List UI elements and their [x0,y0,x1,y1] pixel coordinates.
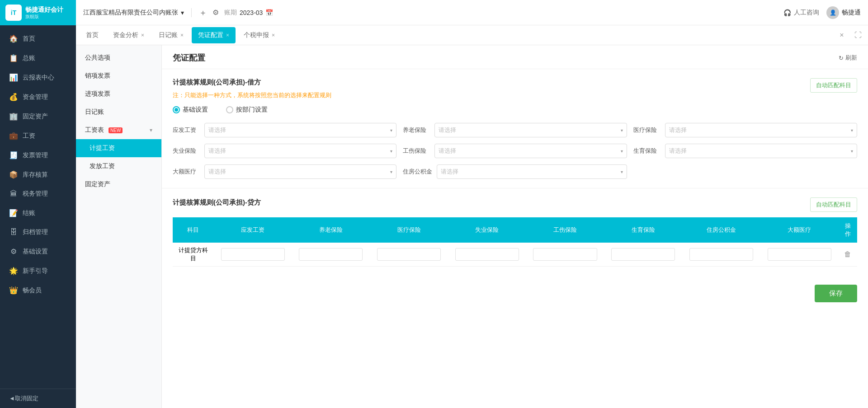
credit-auto-match-button[interactable]: 自动匹配科目 [810,197,857,212]
sidebar-item-reports[interactable]: 📊 云报表中心 [0,68,76,87]
radio-dept-circle [226,106,233,113]
sidebar-item-settlement[interactable]: 📝 结账 [0,203,76,223]
left-menu: 公共选项 销项发票 进项发票 日记账 工资表 NEW ▾ 计提工资 [76,45,162,408]
main-area: 江西服宝精品有限责任公司内账张 ▾ ＋ ⚙ 账期 2023-03 📅 🎧 人工咨… [76,0,868,408]
left-menu-public[interactable]: 公共选项 [76,49,161,67]
field-select-gongshang[interactable]: 请选择 ▾ [434,144,627,158]
sidebar-item-home[interactable]: 🏠 首页 [0,29,76,48]
tab-tax-close[interactable]: × [272,32,275,38]
tab-diary-close[interactable]: × [180,32,184,38]
field-select-daeyiliao[interactable]: 请选择 ▾ [204,164,396,179]
sidebar-item-tax[interactable]: 🏛 税务管理 [0,184,76,203]
field-label-shiye: 失业保险 [173,147,200,155]
debit-auto-match-button[interactable]: 自动匹配科目 [810,78,857,93]
sidebar-item-inventory[interactable]: 📦 库存核算 [0,165,76,184]
service-button[interactable]: 🎧 人工咨询 [783,9,819,17]
tab-home[interactable]: 首页 [80,27,105,43]
td-shengyu-input[interactable] [604,243,682,267]
field-select-shengyu[interactable]: 请选择 ▾ [665,144,857,158]
delete-row-icon[interactable]: 🗑 [844,250,851,258]
sidebar-item-invoice[interactable]: 🧾 发票管理 [0,145,76,165]
tab-fund-close[interactable]: × [141,32,144,38]
td-shiye-input[interactable] [448,243,526,267]
left-menu-accrual[interactable]: 计提工资 [76,139,161,157]
field-select-gongjijin[interactable]: 请选择 ▾ [437,164,627,179]
select-arrow-daeyiliao: ▾ [390,169,392,174]
tab-home-label: 首页 [86,31,99,39]
invoice-icon: 🧾 [9,151,18,159]
tab-fund-label: 资金分析 [113,31,138,39]
credit-yiliao-input[interactable] [377,248,441,261]
th-action: 操作 [838,217,857,243]
th-gongjijin: 住房公积金 [682,217,760,243]
td-yingfa-input[interactable] [214,243,292,267]
credit-shiye-input[interactable] [455,248,519,261]
sidebar-item-member[interactable]: 👑 畅会员 [0,281,76,300]
tab-close-all-button[interactable]: × [835,29,848,42]
field-label-yanglao: 养老保险 [403,126,430,134]
sidebar-item-guide[interactable]: 🌟 新手引导 [0,261,76,281]
left-menu-salary-table[interactable]: 工资表 NEW ▾ [76,121,161,139]
left-menu-sales-invoice[interactable]: 销项发票 [76,67,161,85]
calendar-icon[interactable]: 📅 [265,9,273,16]
td-gongjijin-input[interactable] [682,243,760,267]
topbar-right: 🎧 人工咨询 👤 畅捷通 [783,6,861,19]
credit-gongjijin-input[interactable] [689,248,753,261]
th-yanglao: 养老保险 [292,217,370,243]
tab-tax-report[interactable]: 个税申报 × [237,27,281,43]
field-yingfa-gongzi: 应发工资 请选择 ▾ [173,123,396,137]
app-logo: iT 畅捷通好会计 旗舰版 [0,0,76,25]
td-action: 🗑 [838,243,857,267]
left-menu-payroll[interactable]: 发放工资 [76,157,161,175]
tab-diary[interactable]: 日记账 × [152,27,190,43]
credit-yingfa-input[interactable] [221,248,285,261]
user-menu[interactable]: 👤 畅捷通 [826,6,861,19]
radio-department-settings[interactable]: 按部门设置 [226,106,268,114]
sidebar-item-fixed-assets[interactable]: 🏢 固定资产 [0,107,76,126]
td-yanglao-input[interactable] [292,243,370,267]
credit-daeyiliao-input[interactable] [768,248,831,261]
left-menu-fixed-assets[interactable]: 固定资产 [76,175,161,193]
sidebar-item-archive[interactable]: 🗄 归档管理 [0,223,76,242]
sidebar-item-salary[interactable]: 💼 工资 [0,126,76,145]
td-yiliao-input[interactable] [370,243,448,267]
field-label-yingfa: 应发工资 [173,126,200,134]
refresh-button[interactable]: ↻ 刷新 [839,54,857,62]
td-label: 计提贷方科目 [173,243,214,267]
tax-icon: 🏛 [9,190,18,198]
credit-section: 计提核算规则(公司承担)-贷方 自动匹配科目 科目 应发工资 养老保险 医疗保险… [162,188,868,276]
tab-fund-analysis[interactable]: 资金分析 × [107,27,151,43]
company-selector[interactable]: 江西服宝精品有限责任公司内账张 ▾ [83,9,184,17]
content-area: 公共选项 销项发票 进项发票 日记账 工资表 NEW ▾ 计提工资 [76,45,868,408]
select-arrow-yingfa: ▾ [390,128,392,133]
tab-voucher-close[interactable]: × [226,32,229,38]
radio-group: 基础设置 按部门设置 [173,106,857,114]
tab-expand-button[interactable]: ⛶ [852,29,864,42]
refresh-icon: ↻ [839,55,844,61]
credit-shengyu-input[interactable] [611,248,675,261]
period-selector[interactable]: 账期 2023-03 📅 [224,9,273,17]
credit-yanglao-input[interactable] [299,248,363,261]
settings-gear-button[interactable]: ⚙ [212,8,219,17]
guide-icon: 🌟 [9,267,18,275]
tab-voucher-config[interactable]: 凭证配置 × [192,27,236,43]
building-icon: 🏢 [9,112,18,121]
add-account-button[interactable]: ＋ [199,7,207,18]
radio-basic-circle [173,106,180,113]
field-select-yingfa[interactable]: 请选择 ▾ [204,123,396,137]
credit-gongshang-input[interactable] [533,248,597,261]
sidebar-item-general-ledger[interactable]: 📋 总账 [0,48,76,68]
field-select-yiliao[interactable]: 请选择 ▾ [665,123,857,137]
radio-basic-settings[interactable]: 基础设置 [173,106,208,114]
field-select-yanglao[interactable]: 请选择 ▾ [434,123,627,137]
save-button[interactable]: 保存 [815,285,857,302]
field-select-shiye[interactable]: 请选择 ▾ [204,144,396,158]
sidebar-nav: 🏠 首页 📋 总账 📊 云报表中心 💰 资金管理 🏢 固定资产 💼 工资 🧾 发… [0,25,76,389]
cancel-fixed-button[interactable]: ◄取消固定 [0,389,76,408]
td-gongshang-input[interactable] [526,243,604,267]
left-menu-diary[interactable]: 日记账 [76,103,161,121]
td-daeyiliao-input[interactable] [760,243,839,267]
left-menu-purchase-invoice[interactable]: 进项发票 [76,85,161,103]
sidebar-item-fund[interactable]: 💰 资金管理 [0,87,76,107]
sidebar-item-basic-settings[interactable]: ⚙ 基础设置 [0,242,76,261]
